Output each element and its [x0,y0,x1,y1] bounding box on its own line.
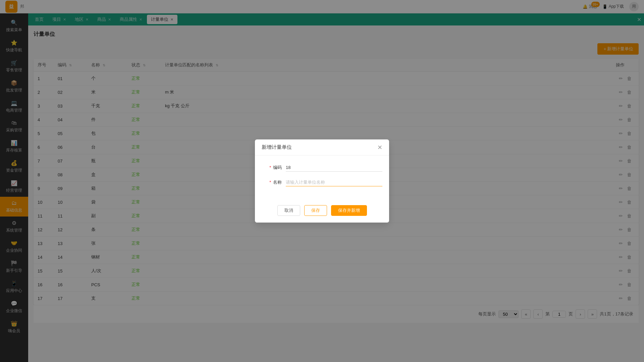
code-input[interactable] [286,164,382,172]
add-unit-modal: 新增计量单位 ✕ * 编码 * 名称 取消 保存 保存并新增 [255,139,389,223]
form-row-name: * 名称 [262,178,382,186]
modal-footer: 取消 保存 保存并新增 [255,201,389,223]
code-required: * [269,165,271,170]
modal-header: 新增计量单位 ✕ [255,139,389,156]
modal-overlay[interactable]: 新增计量单位 ✕ * 编码 * 名称 取消 保存 保存并新增 [0,0,644,362]
modal-body: * 编码 * 名称 [255,156,389,201]
code-label: * 编码 [262,165,282,171]
modal-close-button[interactable]: ✕ [377,144,382,150]
cancel-button[interactable]: 取消 [277,205,300,216]
form-row-code: * 编码 [262,164,382,172]
modal-title: 新增计量单位 [262,144,292,150]
save-new-button[interactable]: 保存并新增 [331,205,367,216]
name-label: * 名称 [262,179,282,185]
name-required: * [269,180,271,185]
save-button[interactable]: 保存 [304,205,327,216]
name-input[interactable] [286,178,382,186]
